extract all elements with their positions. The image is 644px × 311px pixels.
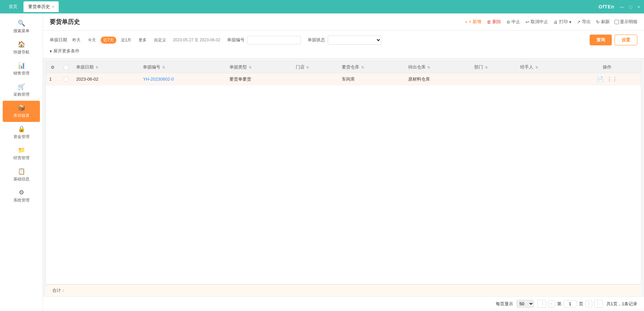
prev-page-button[interactable]: < (548, 301, 555, 307)
date-option-yesterday[interactable]: 昨天 (70, 37, 83, 44)
sidebar-item-sales[interactable]: 📊 销售管理 (0, 58, 43, 80)
select-all-checkbox[interactable] (64, 65, 68, 70)
bill-no-input[interactable] (247, 36, 301, 44)
date-option-7days[interactable]: 近7天 (101, 37, 116, 44)
refresh-icon: ↻ (596, 19, 600, 25)
sort-bill-date[interactable]: ⇅ (96, 65, 98, 69)
data-table: ⚙ 单据日期 ⇅ 单据编号 ⇅ (46, 61, 641, 85)
layout: 🔍 搜索菜单 🏠 快捷导航 📊 销售管理 🛒 采购管理 📦 库存核算 🔒 资金管… (0, 13, 644, 311)
display-detail-checkbox[interactable] (614, 20, 619, 24)
print-button[interactable]: 🖨 打印 ▾ (553, 17, 572, 26)
page-nav: 《 < 第 页 > 》 (537, 300, 603, 308)
sidebar-item-search-menu[interactable]: 🔍 搜索菜单 (0, 16, 43, 37)
delete-label: 删除 (492, 19, 501, 25)
settings-button[interactable]: 设置 (614, 35, 637, 45)
last-page-button[interactable]: 》 (594, 300, 603, 308)
tab-close-icon[interactable]: × (52, 5, 54, 9)
row-edit-icon[interactable]: 📄 (597, 76, 603, 82)
print-dropdown-icon[interactable]: ▾ (569, 19, 572, 25)
col-bill-date-label: 单据日期 (76, 64, 94, 70)
cell-bill-type: 要货单要货 (226, 73, 292, 85)
page-label: 第 (557, 301, 561, 307)
cell-actions: 📄 ⋮⋮ (573, 73, 641, 85)
per-page-select[interactable]: 20 50 100 200 (517, 300, 534, 308)
date-option-more[interactable]: 更多 (136, 37, 149, 44)
tab-bill-history[interactable]: 要货单历史 × (23, 1, 59, 12)
page-number-input[interactable] (564, 300, 577, 307)
page-header: 要货单历史 + + 新增 🗑 删除 ⊘ 中止 ↩ 取消中止 (43, 13, 644, 31)
col-bill-no: 单据编号 ⇅ (140, 61, 226, 73)
new-button[interactable]: + + 新增 (464, 17, 482, 26)
cell-handler (517, 73, 573, 85)
date-option-today[interactable]: 今天 (85, 37, 99, 44)
cell-store (292, 73, 338, 85)
sort-req-warehouse[interactable]: ⇅ (361, 65, 364, 69)
sidebar-item-basic-info[interactable]: 📋 基础信息 (0, 164, 43, 185)
export-button[interactable]: ↗ 导出 (576, 17, 591, 26)
window-close-icon[interactable]: × (637, 4, 640, 9)
date-option-custom[interactable]: 自定义 (151, 37, 169, 44)
summary-label: 合计： (52, 288, 65, 293)
refresh-label: 刷新 (601, 19, 610, 25)
filter-bill-status: 单据状态 (308, 36, 381, 45)
display-detail-label: 显示明细 (620, 19, 637, 25)
bill-no-link[interactable]: YH-20230602-0 (143, 77, 174, 82)
col-actions-label: 操作 (603, 64, 611, 70)
page-unit: 页 (579, 301, 583, 307)
sidebar-item-finance[interactable]: 🔒 资金管理 (0, 122, 43, 143)
sidebar-item-purchase[interactable]: 🛒 采购管理 (0, 80, 43, 101)
expand-chevron-icon: ▾ (50, 49, 52, 54)
sort-pending-warehouse[interactable]: ⇅ (427, 65, 430, 69)
delete-button[interactable]: 🗑 删除 (486, 17, 502, 26)
sidebar-item-quick-nav[interactable]: 🏠 快捷导航 (0, 37, 43, 58)
date-option-1month[interactable]: 近1月 (118, 37, 134, 44)
total-info: 共1页，1条记录 (606, 301, 637, 307)
main-content: 要货单历史 + + 新增 🗑 删除 ⊘ 中止 ↩ 取消中止 (43, 13, 644, 311)
tab-home-label: 首页 (9, 4, 17, 10)
cell-bill-no: YH-20230602-0 (140, 73, 226, 85)
pagination: 每页显示 20 50 100 200 《 < 第 页 > 》 共1页，1条记录 (43, 296, 644, 311)
page-title: 要货单历史 (50, 18, 80, 26)
col-department: 部门 ⇅ (471, 61, 517, 73)
print-icon: 🖨 (553, 19, 558, 25)
sidebar-item-inventory[interactable]: 📦 库存核算 (3, 101, 40, 122)
sort-handler[interactable]: ⇅ (535, 65, 538, 69)
sidebar-item-basic-info-label: 基础信息 (13, 176, 30, 182)
col-handler: 经手人 ⇅ (517, 61, 573, 73)
sidebar-item-system[interactable]: ⚙ 系统管理 (0, 185, 43, 207)
export-label: 导出 (582, 19, 591, 25)
row-checkbox[interactable] (64, 77, 68, 82)
query-button[interactable]: 查询 (590, 35, 612, 45)
col-req-warehouse-label: 要货仓库 (342, 64, 359, 70)
bill-no-label: 单据编号 (227, 37, 245, 43)
table-settings-icon[interactable]: ⚙ (51, 65, 55, 70)
stop-button[interactable]: ⊘ 中止 (506, 17, 521, 26)
col-check (59, 61, 73, 73)
display-detail-toggle[interactable]: 显示明细 (614, 19, 637, 25)
maximize-icon[interactable]: □ (630, 4, 632, 9)
sidebar-item-ops[interactable]: 📁 经营管理 (0, 143, 43, 164)
row-more-icon[interactable]: ⋮⋮ (607, 76, 618, 82)
next-page-button[interactable]: > (585, 301, 592, 307)
date-range-display: 2023-05-27 至 2023-06-02 (173, 37, 220, 43)
sort-store[interactable]: ⇅ (306, 65, 309, 69)
col-req-warehouse: 要货仓库 ⇅ (338, 61, 405, 73)
cell-req-warehouse: 车间库 (338, 73, 405, 85)
table-container: ⚙ 单据日期 ⇅ 单据编号 ⇅ (46, 61, 641, 284)
tab-home[interactable]: 首页 (4, 1, 22, 12)
minimize-icon[interactable]: — (620, 4, 624, 9)
new-icon: + (465, 19, 468, 25)
inventory-icon: 📦 (18, 104, 25, 112)
sort-department[interactable]: ⇅ (485, 65, 488, 69)
expand-more-btn[interactable]: ▾ 展开更多条件 (50, 48, 637, 54)
refresh-button[interactable]: ↻ 刷新 (595, 17, 610, 26)
filter-bill-no: 单据编号 (227, 36, 301, 44)
cancel-stop-button[interactable]: ↩ 取消中止 (525, 17, 549, 26)
sort-bill-no[interactable]: ⇅ (162, 65, 165, 69)
cancel-stop-icon: ↩ (526, 19, 529, 25)
first-page-button[interactable]: 《 (537, 300, 546, 308)
sidebar-item-purchase-label: 采购管理 (13, 92, 30, 97)
bill-status-select[interactable] (328, 36, 381, 45)
sort-bill-type[interactable]: ⇅ (249, 65, 252, 69)
cancel-stop-label: 取消中止 (531, 19, 548, 25)
